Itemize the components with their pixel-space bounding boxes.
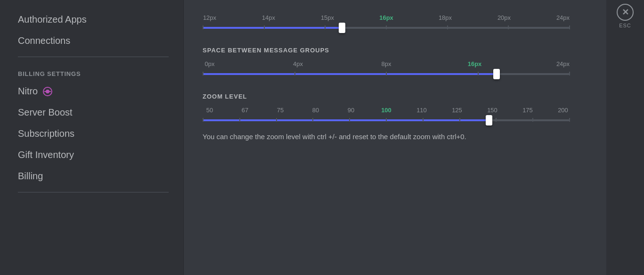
sidebar-item-gift-inventory[interactable]: Gift Inventory [14, 145, 174, 165]
font-size-section: 12px 14px 15px 16px 18px 20px 24px [203, 14, 587, 32]
gift-inventory-label: Gift Inventory [18, 150, 74, 160]
zoom-label: ZOOM LEVEL [203, 93, 587, 100]
message-groups-slider-container: 0px 4px 8px 16px 24px [203, 60, 570, 78]
tick-4px: 4px [291, 60, 305, 67]
tick-100-active: 100 [379, 107, 393, 114]
tick-20px: 20px [497, 14, 511, 21]
close-area: ✕ ESC [606, 0, 644, 275]
connections-label: Connections [18, 35, 70, 46]
font-size-track[interactable] [203, 24, 570, 32]
authorized-apps-label: Authorized Apps [18, 14, 87, 25]
tick-80: 80 [309, 107, 323, 114]
zoom-thumb[interactable] [486, 115, 492, 125]
zoom-ticks: 50 67 75 80 90 100 110 125 150 175 200 [203, 107, 570, 114]
tick-12px: 12px [203, 14, 217, 21]
tick-75: 75 [273, 107, 287, 114]
font-size-slider-container: 12px 14px 15px 16px 18px 20px 24px [203, 14, 570, 32]
tick-18px: 18px [438, 14, 452, 21]
message-groups-thumb[interactable] [493, 69, 500, 79]
server-boost-label: Server Boost [18, 107, 73, 118]
zoom-slider-container: 50 67 75 80 90 100 110 125 150 175 200 [203, 107, 570, 124]
sidebar-item-subscriptions[interactable]: Subscriptions [14, 124, 174, 144]
tick-125: 125 [450, 107, 464, 114]
tick-24px: 24px [556, 14, 570, 21]
close-icon: ✕ [622, 7, 629, 17]
sidebar-divider-bottom [18, 192, 169, 192]
tick-0px: 0px [203, 60, 217, 67]
message-groups-ticks: 0px 4px 8px 16px 24px [203, 60, 570, 67]
zoom-section: ZOOM LEVEL 50 67 75 80 90 100 110 125 15… [203, 93, 587, 142]
billing-label: Billing [18, 171, 43, 182]
sidebar-item-nitro[interactable]: Nitro [14, 81, 174, 101]
tick-110: 110 [415, 107, 429, 114]
message-groups-label: SPACE BETWEEN MESSAGE GROUPS [203, 47, 587, 54]
message-groups-track[interactable] [203, 70, 570, 78]
esc-label: ESC [619, 23, 631, 28]
tick-150: 150 [485, 107, 499, 114]
subscriptions-label: Subscriptions [18, 128, 74, 139]
close-button[interactable]: ✕ [617, 4, 634, 21]
tick-16px-mg-active: 16px [468, 60, 482, 67]
tick-200: 200 [556, 107, 570, 114]
tick-50: 50 [203, 107, 217, 114]
zoom-note: You can change the zoom level with ctrl … [203, 132, 570, 142]
main-content: 12px 14px 15px 16px 18px 20px 24px [184, 0, 606, 275]
tick-15px: 15px [320, 14, 334, 21]
sidebar-item-billing[interactable]: Billing [14, 166, 174, 186]
tick-175: 175 [521, 107, 535, 114]
tick-14px: 14px [261, 14, 276, 21]
nitro-icon [42, 86, 53, 97]
tick-90: 90 [344, 107, 358, 114]
sidebar: Authorized Apps Connections BILLING SETT… [0, 0, 184, 275]
message-groups-fill [203, 73, 497, 75]
message-groups-section: SPACE BETWEEN MESSAGE GROUPS 0px 4px 8px… [203, 47, 587, 78]
zoom-track[interactable] [203, 117, 570, 124]
billing-settings-header: BILLING SETTINGS [14, 63, 183, 81]
sidebar-item-connections[interactable]: Connections [14, 31, 174, 51]
sidebar-divider [18, 57, 169, 57]
sidebar-item-authorized-apps[interactable]: Authorized Apps [14, 9, 174, 30]
zoom-fill [203, 119, 489, 121]
font-size-thumb[interactable] [339, 23, 345, 33]
tick-24px-mg: 24px [556, 60, 570, 67]
nitro-label: Nitro [18, 86, 38, 97]
font-size-ticks: 12px 14px 15px 16px 18px 20px 24px [203, 14, 570, 21]
font-size-fill [203, 27, 342, 29]
tick-67: 67 [238, 107, 252, 114]
sidebar-item-server-boost[interactable]: Server Boost [14, 102, 174, 123]
tick-16px-active: 16px [379, 14, 393, 21]
tick-8px: 8px [379, 60, 393, 67]
